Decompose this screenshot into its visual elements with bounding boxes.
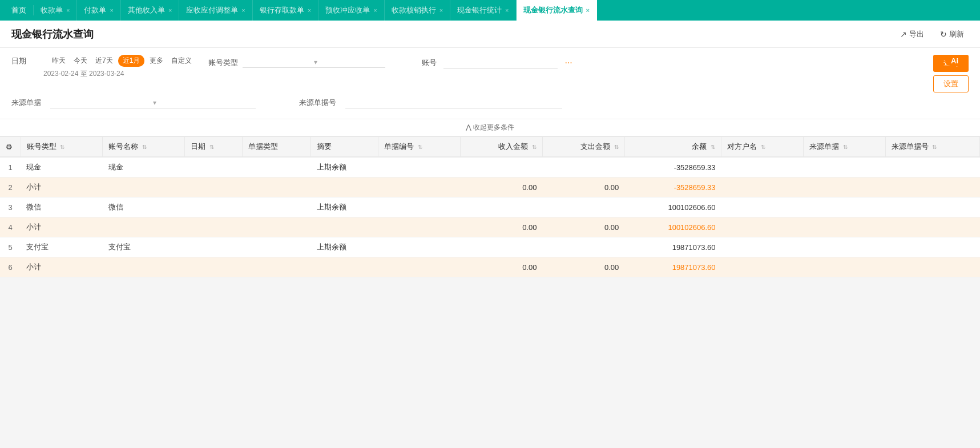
nav-tab-4[interactable]: 银行存取款单 × [253, 0, 318, 21]
collapse-bar[interactable]: ⋀ 收起更多条件 [0, 119, 980, 136]
table-row: 5支付宝支付宝上期余额19871073.60 [0, 237, 980, 257]
cell-expense: 0.00 [542, 257, 624, 277]
table-row: 1现金现金上期余额-3528659.33 [0, 157, 980, 177]
cell-balance: 100102606.60 [624, 217, 721, 237]
col-source-doc-no[interactable]: 来源单据号 ⇅ [885, 137, 979, 158]
cell-counterparty [721, 217, 804, 237]
source-doc-select[interactable]: ▾ [50, 98, 256, 108]
cell-doc-type [243, 237, 311, 257]
export-icon: ↗ [900, 30, 907, 39]
collapse-icon: ⋀ [466, 123, 471, 131]
sort-income-icon: ⇅ [532, 144, 537, 150]
cell-counterparty [721, 177, 804, 197]
ai-badge[interactable]: Ai [945, 55, 964, 66]
cell-doc-no [378, 217, 461, 237]
close-tab-1[interactable]: × [110, 7, 113, 14]
col-account-name[interactable]: 账号名称 ⇅ [103, 137, 185, 158]
close-tab-5[interactable]: × [373, 7, 377, 14]
cell-summary [311, 257, 378, 277]
cell-doc-type [243, 177, 311, 197]
refresh-button[interactable]: ↻ 刷新 [935, 27, 969, 42]
close-tab-2[interactable]: × [168, 7, 172, 14]
settings-button[interactable]: 设置 [933, 75, 969, 92]
cell-balance: 19871073.60 [624, 257, 721, 277]
col-account-type[interactable]: 账号类型 ⇅ [21, 137, 103, 158]
cell-source-doc-no [885, 257, 979, 277]
nav-tab-1[interactable]: 付款单 × [77, 0, 120, 21]
col-doc-no[interactable]: 单据编号 ⇅ [378, 137, 461, 158]
cell-counterparty [721, 237, 804, 257]
cell-doc-no [378, 197, 461, 217]
sort-date-icon: ⇅ [209, 144, 214, 150]
col-balance[interactable]: 余额 ⇅ [624, 137, 721, 158]
cell-doc-no [378, 177, 461, 197]
cell-account-type: 小计 [21, 177, 103, 197]
nav-tab-8[interactable]: 现金银行流水查询 × [517, 0, 597, 21]
sort-source-doc-icon: ⇅ [843, 144, 848, 150]
date-btn-1month[interactable]: 近1月 [118, 55, 145, 67]
close-tab-7[interactable]: × [505, 7, 509, 14]
col-settings: ⚙ [0, 137, 21, 158]
sort-balance-icon: ⇅ [711, 144, 715, 150]
close-tab-4[interactable]: × [308, 7, 311, 14]
col-source-doc[interactable]: 来源单据 ⇅ [803, 137, 885, 158]
nav-tab-0[interactable]: 收款单 × [34, 0, 77, 21]
cell-doc-no [378, 257, 461, 277]
settings-icon[interactable]: ⚙ [6, 143, 13, 151]
row-number: 5 [0, 237, 21, 257]
cell-account-type: 小计 [21, 257, 103, 277]
col-date[interactable]: 日期 ⇅ [185, 137, 243, 158]
cell-date [185, 257, 243, 277]
date-btn-today[interactable]: 今天 [71, 55, 90, 67]
date-btn-7days[interactable]: 近7天 [92, 55, 116, 67]
cell-source-doc [803, 177, 885, 197]
cell-doc-type [243, 197, 311, 217]
cell-income [461, 237, 543, 257]
cell-income: 0.00 [461, 217, 543, 237]
sort-counterparty-icon: ⇅ [761, 144, 765, 150]
sort-expense-icon: ⇅ [614, 144, 619, 150]
cell-account-name [103, 177, 185, 197]
cell-account-type: 现金 [21, 157, 103, 177]
sort-account-type-icon: ⇅ [60, 144, 64, 150]
close-tab-6[interactable]: × [439, 7, 443, 14]
source-doc-num-label: 来源单据号 [299, 98, 336, 108]
account-input[interactable] [443, 57, 558, 68]
nav-tab-2[interactable]: 其他收入单 × [121, 0, 179, 21]
cell-expense [542, 237, 624, 257]
nav-tab-3[interactable]: 应收应付调整单 × [179, 0, 252, 21]
col-counterparty[interactable]: 对方户名 ⇅ [721, 137, 804, 158]
account-type-select[interactable]: ▾ [243, 57, 385, 68]
row-number: 6 [0, 257, 21, 277]
nav-tab-5[interactable]: 预收冲应收单 × [318, 0, 384, 21]
account-ellipsis-button[interactable]: ··· [564, 58, 572, 68]
date-btn-custom[interactable]: 自定义 [168, 55, 195, 67]
nav-tab-7[interactable]: 现金银行统计 × [450, 0, 516, 21]
nav-tab-6[interactable]: 收款核销执行 × [385, 0, 450, 21]
source-doc-num-input[interactable] [345, 97, 562, 108]
cell-account-name [103, 257, 185, 277]
cell-date [185, 237, 243, 257]
cell-doc-type [243, 257, 311, 277]
cell-expense: 0.00 [542, 217, 624, 237]
close-tab-3[interactable]: × [241, 7, 245, 14]
account-type-label: 账号类型 [208, 58, 238, 68]
col-expense[interactable]: 支出金额 ⇅ [542, 137, 624, 158]
export-button[interactable]: ↗ 导出 [896, 27, 929, 42]
table-row: 6小计0.000.0019871073.60 [0, 257, 980, 277]
cell-source-doc [803, 157, 885, 177]
header-actions: ↗ 导出 ↻ 刷新 [896, 27, 969, 42]
nav-home[interactable]: 首页 [5, 5, 34, 15]
cell-account-type: 微信 [21, 197, 103, 217]
cell-summary: 上期余额 [311, 237, 378, 257]
date-filter-buttons: 昨天 今天 近7天 近1月 更多 自定义 [49, 55, 195, 67]
cell-income [461, 197, 543, 217]
date-btn-more[interactable]: 更多 [147, 55, 166, 67]
cell-income: 0.00 [461, 177, 543, 197]
date-btn-yesterday[interactable]: 昨天 [49, 55, 68, 67]
close-tab-0[interactable]: × [66, 7, 70, 14]
table-area: ⚙ 账号类型 ⇅ 账号名称 ⇅ 日期 ⇅ 单据类型 摘要 [0, 136, 980, 277]
close-tab-8[interactable]: × [586, 7, 590, 14]
col-income[interactable]: 收入金额 ⇅ [461, 137, 543, 158]
col-summary: 摘要 [311, 137, 378, 158]
